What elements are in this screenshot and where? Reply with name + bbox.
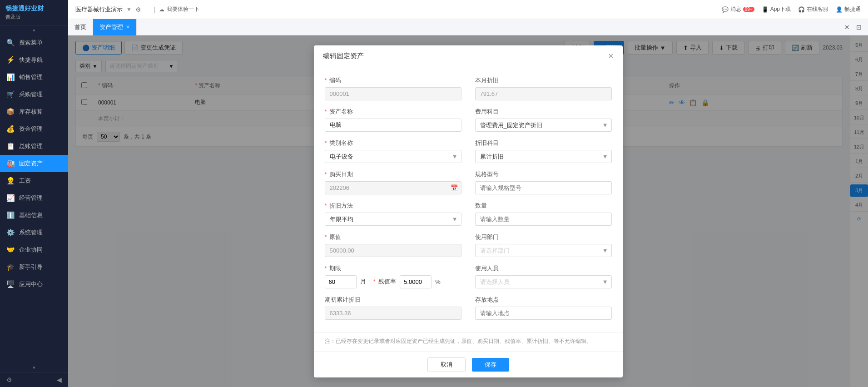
sidebar-item-ledger[interactable]: 📋 总账管理 [0,138,68,155]
tab-close-icon[interactable]: ✕ [126,24,130,30]
sidebar-item-basic-info[interactable]: ℹ️ 基础信息 [0,207,68,224]
guide-icon: 🎓 [6,263,15,271]
asset-name-label: * 资产名称 [325,108,461,116]
period-unit: 月 [360,278,366,286]
sidebar-item-purchase[interactable]: 🛒 采购管理 [0,86,68,103]
sidebar-item-finance[interactable]: 💰 资金管理 [0,120,68,138]
category-select-wrap: 电子设备 ▼ [325,150,461,163]
period-input[interactable] [325,275,357,288]
scroll-up-arrow[interactable]: ▲ [0,25,68,34]
code-label: * 编码 [325,76,461,84]
system-icon: ⚙️ [6,228,15,237]
form-row-monthly-depre: 本月折旧 [475,76,612,100]
depre-method-select[interactable]: 年限平均 [325,213,461,226]
purchase-date-input[interactable] [325,181,461,194]
category-select-input[interactable]: 电子设备 [325,150,461,163]
form-row-department: 使用部门 请选择部门 ▼ [475,233,612,257]
expense-subject-select[interactable]: 管理费用_固定资产折旧 [475,119,612,132]
sidebar-item-operations[interactable]: 📈 经营管理 [0,189,68,207]
tab-bar: 首页 资产管理 ✕ ✕ ⊡ [68,19,868,35]
modal-title: 编辑固定资产 [323,52,364,60]
window-close-btn[interactable]: ✕ [842,22,853,33]
sidebar-item-quick-nav[interactable]: ⚡ 快捷导航 [0,51,68,69]
modal-header: 编辑固定资产 ✕ [314,45,623,67]
sidebar-header: 畅捷通好业财 普及版 [0,0,68,25]
code-input[interactable] [325,87,461,100]
notification-btn[interactable]: 💬 消息 99+ [722,5,754,13]
sidebar-item-sales[interactable]: 📊 销售管理 [0,69,68,86]
app-center-icon: 🖥️ [6,280,15,288]
settings-icon[interactable]: ⚙ [6,376,12,383]
form-row-original-value: * 原值 [325,233,461,257]
online-service-label: 在线客服 [807,5,828,13]
user-select-wrap: 请选择人员 ▼ [475,275,612,288]
sidebar-item-label: 库存核算 [19,108,43,116]
sidebar: 畅捷通好业财 普及版 ▲ 🔍 搜索菜单 ⚡ 快捷导航 📊 销售管理 🛒 采购管理 [0,0,68,387]
user-avatar[interactable]: 👤 畅捷通 [836,5,861,13]
collapse-icon[interactable]: ◀ [57,376,62,383]
modal-footer: 取消 保存 [314,352,623,377]
tab-home[interactable]: 首页 [68,19,93,35]
sidebar-item-inventory[interactable]: 📦 库存核算 [0,103,68,120]
department-select[interactable]: 请选择部门 [475,244,612,257]
online-service-btn[interactable]: 🎧 在线客服 [798,5,828,13]
sidebar-item-search[interactable]: 🔍 搜索菜单 [0,34,68,51]
content-area: 🔵 资产明细 📄 变更生成凭证 刘账 + 新增 [68,35,868,387]
company-settings-icon[interactable]: ⚙ [135,6,141,13]
depre-subject-select[interactable]: 累计折旧 [475,150,612,163]
company-dropdown-icon[interactable]: ▼ [126,6,132,13]
wages-icon: 👷 [6,177,15,185]
sidebar-item-label: 经营管理 [19,194,43,202]
enterprise-icon: 🤝 [6,246,15,254]
sidebar-item-wages[interactable]: 👷 工资 [0,172,68,189]
residual-rate-unit: % [435,278,441,285]
finance-icon: 💰 [6,125,15,133]
asset-name-input[interactable] [325,119,461,132]
department-label: 使用部门 [475,233,612,241]
residual-rate-input[interactable] [400,275,432,288]
sidebar-item-app-center[interactable]: 🖥️ 应用中心 [0,276,68,293]
sidebar-item-label: 应用中心 [19,280,43,288]
form-row-expense-subject: 费用科目 管理费用_固定资产折旧 ▼ [475,108,612,132]
form-row-purchase-date: * 购买日期 📅 [325,170,461,194]
form-row-location: 存放地点 [475,296,612,320]
sidebar-item-label: 新手引导 [19,263,43,271]
sidebar-item-system[interactable]: ⚙️ 系统管理 [0,224,68,241]
depre-subject-label: 折旧科目 [475,139,612,147]
user-select[interactable]: 请选择人员 [475,275,612,288]
app-download-btn[interactable]: 📱 App下载 [762,5,791,13]
modal-note-text: 注：已经存在变更记录或者对应固定资产已经生成凭证，原值、购买日期、残值率、累计折… [325,338,592,344]
quick-nav-icon: ⚡ [6,56,15,64]
trial-button[interactable]: ☁ 我要体验一下 [159,5,199,13]
category-name-label: * 类别名称 [325,139,461,147]
fixed-assets-icon: 🏭 [6,159,15,168]
original-value-input[interactable] [325,244,461,257]
window-maximize-btn[interactable]: ⊡ [853,22,864,33]
save-button[interactable]: 保存 [472,358,509,372]
search-icon: 🔍 [6,39,15,47]
sidebar-item-guide[interactable]: 🎓 新手引导 [0,258,68,276]
form-row-asset-name: * 资产名称 [325,108,461,132]
tab-asset-management[interactable]: 资产管理 ✕ [93,19,137,35]
quantity-input[interactable] [475,213,612,226]
form-row-spec-model: 规格型号 [475,170,612,194]
notification-badge: 99+ [743,7,754,12]
sidebar-item-enterprise[interactable]: 🤝 企业协同 [0,241,68,258]
sidebar-item-fixed-assets[interactable]: 🏭 固定资产 [0,155,68,172]
user-label: 使用人员 [475,264,612,273]
modal-form-grid: * 编码 * 资产名称 [325,76,612,320]
top-bar-right: 💬 消息 99+ 📱 App下载 🎧 在线客服 👤 畅捷通 [722,5,861,13]
basic-info-icon: ℹ️ [6,211,15,219]
scroll-down-arrow[interactable]: ▼ [0,363,68,372]
location-input[interactable] [475,307,612,320]
sidebar-item-label: 资金管理 [19,125,43,133]
sidebar-item-label: 总账管理 [19,142,43,150]
form-row-period: * 期限 月 * 残值率 [325,264,461,288]
operations-icon: 📈 [6,194,15,202]
spec-model-input[interactable] [475,181,612,194]
initial-accum-label: 期初累计折旧 [325,296,461,304]
initial-accum-input[interactable] [325,307,461,320]
period-residual-row: 月 * 残值率 % [325,275,461,288]
modal-close-btn[interactable]: ✕ [608,52,614,60]
cancel-button[interactable]: 取消 [427,357,466,372]
